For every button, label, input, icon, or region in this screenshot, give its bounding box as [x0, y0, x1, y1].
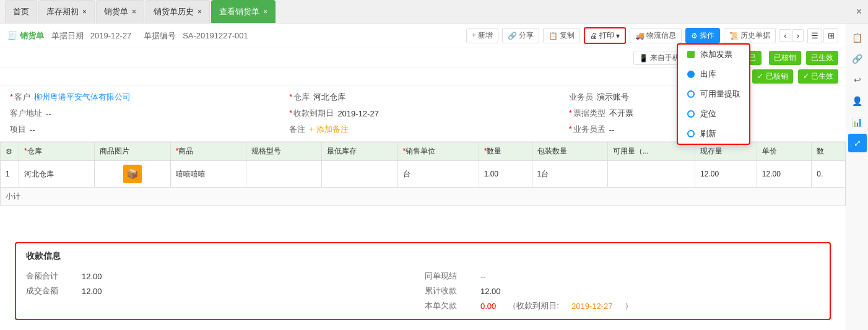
address-field: 客户地址 --	[10, 108, 277, 119]
outstanding-value: 0.00	[480, 302, 496, 311]
menu-available-qty[interactable]: 可用量提取	[678, 84, 749, 104]
ticket-type-label: 票据类型	[569, 108, 605, 119]
tab-sales-history[interactable]: 销货单历史 ×	[145, 0, 210, 23]
col-unit: *销售单位	[397, 142, 479, 161]
customer-field: 客户 柳州粤港平安气体有限公司	[10, 92, 277, 103]
share-icon: 🔗	[508, 32, 517, 40]
copy-icon: 📋	[549, 32, 558, 40]
tab-sales-order-close[interactable]: ×	[132, 7, 136, 16]
nav-next[interactable]: ›	[792, 29, 804, 42]
row-pack: 1台	[532, 161, 607, 188]
col-image: 商品图片	[95, 142, 170, 161]
outstanding-label: 本单欠款	[425, 300, 468, 311]
outstanding-suffix: （收款到期日:	[508, 300, 559, 311]
layout-icons: ☰ ⊞	[807, 28, 838, 43]
doc-type: 🧾 销货单	[7, 30, 44, 41]
warehouse-value: 河北仓库	[313, 92, 345, 103]
ops-button[interactable]: ⚙ 操作	[685, 28, 720, 43]
ops-icon: ⚙	[691, 32, 698, 40]
nav-prev[interactable]: ‹	[779, 29, 791, 42]
sidebar-doc-icon[interactable]: 📋	[848, 28, 867, 47]
window-close-button[interactable]: ×	[856, 6, 862, 17]
sidebar-expand-icon[interactable]: ⤢	[848, 134, 867, 152]
print-button[interactable]: 🖨 打印 ▾	[584, 27, 626, 44]
col-pack: 包装数量	[532, 142, 607, 161]
print-dropdown-icon: ▾	[616, 32, 620, 40]
verified-button[interactable]: 已核销	[769, 51, 801, 65]
payment-row-2: 成交金额 12.00	[26, 285, 421, 297]
subtotal-row: 小计	[1, 188, 846, 206]
products-table: ⚙ *仓库 商品图片 *商品 规格型号 最低库存 *销售单位 *数量 包装数量 …	[0, 142, 846, 206]
same-settle-value: --	[480, 272, 486, 281]
doc-number-label: 单据编号 SA-20191227-001	[144, 30, 248, 41]
tab-home[interactable]: 首页	[5, 0, 37, 23]
add-invoice-label: 添加发票	[700, 49, 732, 60]
doc-meta: 单据日期 2019-12-27 单据编号 SA-20191227-001	[51, 30, 248, 41]
payment-right: 同单现结 -- 累计收款 12.00 本单欠款 0.00 （收款到期日: 201…	[425, 271, 820, 311]
outbound-icon	[687, 70, 695, 79]
new-button[interactable]: + 新增	[466, 28, 498, 43]
tab-inventory-init[interactable]: 库存期初 ×	[38, 0, 95, 23]
col-other: 数	[812, 142, 846, 161]
doc-date-label: 单据日期 2019-12-27	[51, 30, 131, 41]
outbound-label: 出库	[700, 69, 716, 80]
col-min-stock: 最低库存	[322, 142, 397, 161]
note-label: 备注	[289, 124, 305, 135]
menu-add-invoice[interactable]: 添加发票	[678, 45, 749, 64]
payment-row-4: 累计收款 12.00	[425, 285, 820, 297]
payment-left: 金额合计 12.00 成交金额 12.00	[26, 271, 421, 311]
row-available	[607, 161, 695, 188]
tab-home-label: 首页	[13, 6, 29, 17]
table-area: ⚙ *仓库 商品图片 *商品 规格型号 最低库存 *销售单位 *数量 包装数量 …	[0, 142, 846, 237]
menu-locate[interactable]: 定位	[678, 104, 749, 124]
logistics-icon: 🚚	[635, 32, 644, 40]
doc-actions: + 新增 🔗 分享 📋 复制 🖨 打印 ▾ 🚚 物流信息	[466, 27, 838, 44]
row-qty: 1.00	[479, 161, 532, 188]
already-effective-btn[interactable]: ✓ 已生效	[798, 69, 838, 84]
tab-sales-history-close[interactable]: ×	[197, 7, 202, 16]
sidebar-back-icon[interactable]: ↩	[848, 71, 867, 89]
refresh-label: 刷新	[700, 128, 716, 139]
payment-section: 收款信息 金额合计 12.00 成交金额 12.00 同单现结 --	[0, 237, 846, 330]
history-button[interactable]: 📜 历史单据	[724, 28, 776, 43]
col-settings[interactable]: ⚙	[1, 142, 19, 161]
sidebar-chart-icon[interactable]: 📊	[848, 113, 867, 131]
already-verified-btn[interactable]: ✓ 已核销	[752, 69, 792, 84]
tab-sales-order[interactable]: 销货单 ×	[96, 0, 144, 23]
tab-view-sales[interactable]: 查看销货单 ×	[211, 0, 276, 23]
doc-number-value: SA-20191227-001	[183, 31, 248, 40]
share-button[interactable]: 🔗 分享	[502, 28, 539, 43]
menu-outbound[interactable]: 出库	[678, 64, 749, 84]
subtotal-label: 小计	[1, 188, 846, 206]
due-date-value: 2019-12-27	[337, 109, 379, 118]
project-label: 项目	[10, 124, 26, 135]
history-icon: 📜	[729, 32, 739, 40]
logistics-button[interactable]: 🚚 物流信息	[630, 28, 682, 43]
doc-date-value: 2019-12-27	[90, 31, 132, 40]
payment-row-1: 金额合计 12.00	[26, 271, 421, 282]
effective-button[interactable]: 已生效	[806, 51, 838, 65]
tab-inventory-init-close[interactable]: ×	[82, 7, 87, 16]
customer-value[interactable]: 柳州粤港平安气体有限公司	[34, 92, 131, 103]
menu-refresh[interactable]: 刷新	[678, 124, 749, 144]
sidebar-link-icon[interactable]: 🔗	[848, 50, 867, 68]
tab-view-sales-close[interactable]: ×	[263, 7, 267, 16]
amount-total-label: 金额合计	[26, 271, 69, 282]
layout-list-icon[interactable]: ☰	[807, 28, 822, 43]
due-date-field: 收款到期日 2019-12-27	[289, 108, 556, 119]
col-current: 现存量	[695, 142, 757, 161]
add-note-btn[interactable]: + 添加备注	[309, 124, 348, 135]
locate-label: 定位	[700, 108, 716, 119]
sidebar-user-icon[interactable]: 👤	[848, 92, 867, 110]
total-received-value: 12.00	[480, 287, 501, 296]
payment-row-5: 本单欠款 0.00 （收款到期日: 2019-12-27 ）	[425, 300, 820, 311]
locate-icon	[687, 110, 695, 118]
row-other: 0.	[812, 161, 846, 188]
staff-value: 演示账号	[597, 92, 629, 103]
col-qty: *数量	[479, 142, 532, 161]
layout-grid-icon[interactable]: ⊞	[823, 28, 838, 43]
row-warehouse: 河北仓库	[19, 161, 95, 188]
same-settle-label: 同单现结	[425, 271, 468, 282]
copy-button[interactable]: 📋 复制	[543, 28, 580, 43]
doc-type-icon: 🧾	[7, 31, 17, 40]
